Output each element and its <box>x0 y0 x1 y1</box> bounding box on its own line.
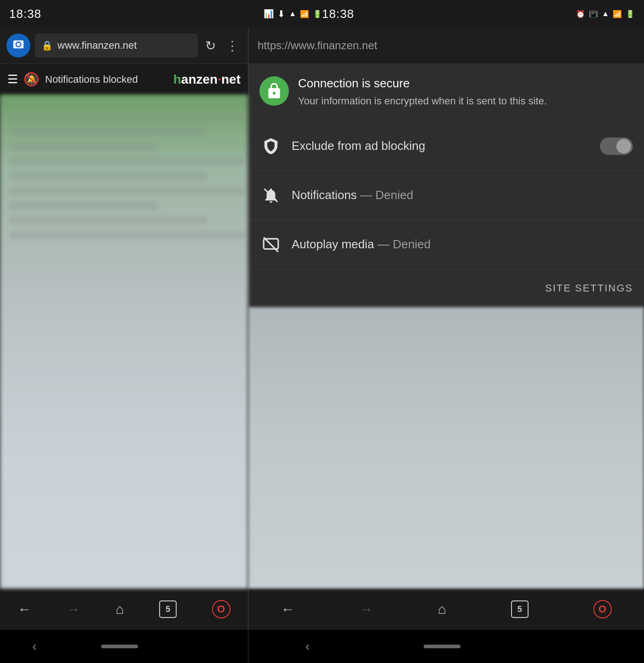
status-bar: 18:38 📊 ⬇ ▲ 📶 🔋 18:38 ⏰ 📳 ▲ 📶 🔋 <box>0 0 644 28</box>
site-name-h: h <box>173 72 181 86</box>
url-text-left: www.finanzen.net <box>58 40 137 51</box>
status-bar-right: 18:38 ⏰ 📳 ▲ 📶 🔋 <box>322 7 635 21</box>
opera-icon-left: O <box>212 600 230 618</box>
home-button-right[interactable]: ⌂ <box>433 597 451 622</box>
main-area: 🔒 www.finanzen.net ↻ ⋮ ☰ 🔕 Notifications… <box>0 28 644 663</box>
chart-icon: 📊 <box>264 9 274 19</box>
site-settings-row: SITE SETTINGS <box>248 269 644 307</box>
right-page-content <box>248 307 644 589</box>
autoplay-label: Autoplay media — Denied <box>292 237 633 251</box>
status-time-right: 18:38 <box>322 7 354 21</box>
connection-title: Connection is secure <box>298 76 547 91</box>
system-home-pill-right[interactable] <box>424 645 460 648</box>
vibrate-icon: 📳 <box>589 10 598 18</box>
system-back-left[interactable]: ‹ <box>32 639 36 654</box>
site-settings-button[interactable]: SITE SETTINGS <box>545 282 633 294</box>
connection-secure-row: Connection is secure Your information is… <box>248 63 644 122</box>
right-system-nav: ‹ <box>248 630 644 663</box>
ad-blocking-label: Exclude from ad blocking <box>292 139 591 153</box>
system-back-right[interactable]: ‹ <box>305 639 310 654</box>
notification-bar: ☰ 🔕 Notifications blocked hanzen·net <box>0 63 248 95</box>
opera-o-left: O <box>217 603 225 615</box>
signal-icon-right: 📶 <box>613 10 622 18</box>
status-time-left: 18:38 <box>9 7 41 21</box>
ad-blocking-row: Exclude from ad blocking <box>248 122 644 171</box>
opera-button-left[interactable]: O <box>207 595 235 623</box>
system-home-pill-left[interactable] <box>101 645 138 648</box>
left-page-content <box>0 95 248 589</box>
tabs-icon-right: 5 <box>511 600 529 618</box>
right-url-area: https://www.finanzen.net <box>248 28 644 63</box>
status-bar-left: 18:38 📊 ⬇ ▲ 📶 🔋 <box>9 7 322 21</box>
signal-icon-left: 📶 <box>300 10 309 18</box>
tab-count-left: 5 <box>166 605 170 614</box>
opera-o-right: O <box>598 603 606 615</box>
ad-blocking-icon <box>259 135 282 158</box>
right-url-text: https://www.finanzen.net <box>258 39 377 52</box>
autoplay-row[interactable]: Autoplay media — Denied <box>248 220 644 269</box>
connection-description: Your information is encrypted when it is… <box>298 94 547 109</box>
right-nav-bar: ← → ⌂ 5 O <box>248 589 644 630</box>
home-button-left[interactable]: ⌂ <box>111 597 128 622</box>
back-button-left[interactable]: ← <box>13 597 36 622</box>
notifications-icon <box>259 184 282 207</box>
left-system-nav: ‹ <box>0 630 248 663</box>
toggle-knob <box>616 139 631 154</box>
autoplay-status: — Denied <box>377 237 431 251</box>
ad-blocking-toggle[interactable] <box>600 137 633 155</box>
autoplay-icon <box>259 233 282 256</box>
site-dot-left: · <box>218 72 221 86</box>
browser-app-icon[interactable] <box>6 34 30 57</box>
more-button[interactable]: ⋮ <box>223 35 242 56</box>
wifi-icon-right: ▲ <box>602 10 609 18</box>
security-panel: Connection is secure Your information is… <box>248 63 644 307</box>
forward-button-right[interactable]: → <box>355 597 378 622</box>
battery-icon-left: 🔋 <box>313 10 322 18</box>
status-icons-left: 📊 ⬇ ▲ 📶 🔋 <box>264 8 322 19</box>
site-partial-name: hanzen·net <box>173 72 241 87</box>
lock-icon-left: 🔒 <box>41 40 53 51</box>
status-icons-right: ⏰ 📳 ▲ 📶 🔋 <box>576 10 635 18</box>
blur-overlay-left <box>0 95 248 589</box>
notifications-row[interactable]: Notifications — Denied <box>248 171 644 220</box>
forward-button-left[interactable]: → <box>62 597 85 622</box>
notifications-status: — Denied <box>360 188 414 202</box>
notifications-label: Notifications — Denied <box>292 188 633 202</box>
notification-blocked-icon: 🔕 <box>23 72 40 87</box>
tabs-button-right[interactable]: 5 <box>506 596 533 623</box>
reload-button[interactable]: ↻ <box>202 35 218 56</box>
svg-point-0 <box>17 43 20 46</box>
download-icon: ⬇ <box>277 8 285 19</box>
tabs-button-left[interactable]: 5 <box>155 596 181 623</box>
left-panel: 🔒 www.finanzen.net ↻ ⋮ ☰ 🔕 Notifications… <box>0 28 248 663</box>
right-panel: https://www.finanzen.net Connection is s… <box>248 28 644 663</box>
tabs-icon-left: 5 <box>159 600 177 618</box>
autoplay-label-text: Autoplay media <box>292 237 374 251</box>
notification-blocked-text: Notifications blocked <box>45 74 138 86</box>
tab-count-right: 5 <box>518 605 522 614</box>
wifi-icon-left: ▲ <box>289 10 296 18</box>
secure-icon <box>259 76 289 106</box>
hamburger-icon[interactable]: ☰ <box>7 72 18 86</box>
alarm-icon: ⏰ <box>576 10 585 18</box>
opera-button-right[interactable]: O <box>589 595 616 623</box>
battery-icon-right: 🔋 <box>626 10 635 18</box>
notifications-label-text: Notifications <box>292 188 357 202</box>
browser-chrome: 🔒 www.finanzen.net ↻ ⋮ <box>0 28 248 63</box>
opera-icon-right: O <box>593 600 612 618</box>
back-button-right[interactable]: ← <box>276 597 299 622</box>
url-bar-left[interactable]: 🔒 www.finanzen.net <box>35 34 198 57</box>
left-nav-bar: ← → ⌂ 5 O <box>0 589 248 630</box>
connection-text: Connection is secure Your information is… <box>298 76 547 109</box>
